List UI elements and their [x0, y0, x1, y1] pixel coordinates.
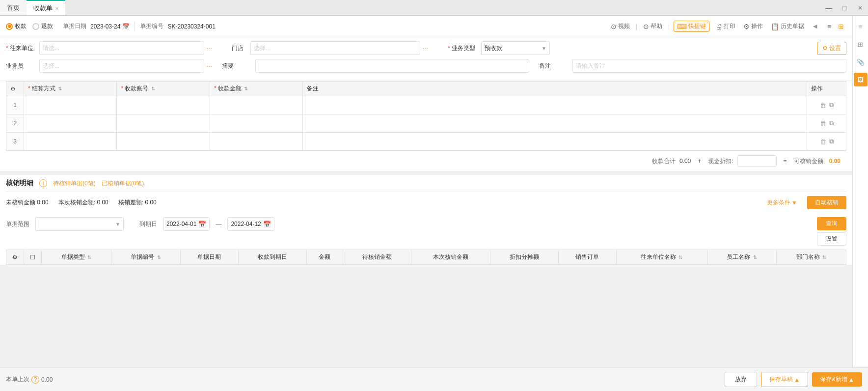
store-field: 门店 选择... ···: [222, 41, 428, 55]
bth-department: 部门名称 ⇅: [777, 250, 846, 265]
salesperson-more-btn[interactable]: ···: [206, 62, 212, 70]
equal-sign: =: [784, 158, 787, 165]
number-label: 单据编号: [140, 22, 163, 30]
row-2-delete-icon[interactable]: 🗑: [820, 120, 826, 127]
bth-due-date: 收款到期日: [238, 250, 306, 265]
row-3-remark[interactable]: [303, 133, 807, 151]
date-range-sep: —: [216, 221, 221, 227]
prev-arrow[interactable]: ◀: [810, 22, 820, 31]
filter-action-buttons: 查询 设置: [817, 217, 846, 246]
date-value: 2023-03-24: [90, 23, 120, 30]
row-3-actions: 🗑 ⧉: [807, 133, 846, 151]
sort-doc-num[interactable]: ⇅: [157, 254, 161, 260]
verification-section: 核销明细 i 待核销单据(0笔) 已核销单据(0笔) 未核销金额 0.00 本次…: [0, 175, 852, 265]
counterpart-more-btn[interactable]: ···: [206, 44, 212, 52]
more-conditions-btn[interactable]: 更多条件 ▼: [767, 198, 797, 207]
sort-counterpart[interactable]: ⇅: [678, 254, 682, 260]
sort-department[interactable]: ⇅: [822, 254, 826, 260]
verif-stats: 未核销金额 0.00 本次核销金额: 0.00 核销差额: 0.00 更多条件 …: [6, 192, 846, 213]
tab-receipt[interactable]: 收款单 ×: [27, 0, 65, 15]
date-start-input[interactable]: 2022-04-01 📅: [163, 217, 210, 231]
cal-start-icon[interactable]: 📅: [198, 221, 206, 228]
sidebar-attach-icon[interactable]: 📎: [854, 55, 868, 69]
row-2-copy-icon[interactable]: ⧉: [829, 119, 834, 127]
sum-value: 0.00: [679, 158, 691, 165]
business-type-select[interactable]: 预收款 ▼: [481, 41, 550, 55]
radio-receipt-label: 收款: [15, 22, 27, 30]
sort-doc-type[interactable]: ⇅: [87, 254, 91, 260]
grid-view-btn[interactable]: ⊞: [836, 21, 846, 32]
date-label: 单据日期: [63, 22, 86, 30]
row-3-delete-icon[interactable]: 🗑: [820, 138, 826, 145]
row-3-copy-icon[interactable]: ⧉: [829, 138, 834, 145]
shortcut-icon: ⌨: [677, 23, 687, 30]
remark-input[interactable]: 请输入备注: [572, 59, 846, 73]
sort-settlement[interactable]: ⇅: [58, 86, 62, 91]
auto-cancel-button[interactable]: 自动核销: [807, 196, 846, 209]
range-select[interactable]: ▼: [35, 217, 124, 231]
salesperson-input[interactable]: 选择...: [39, 59, 204, 73]
print-action[interactable]: 🖨 打印: [713, 21, 737, 31]
video-action[interactable]: ⊙ 视频: [609, 21, 632, 31]
sum-label: 收款合计: [652, 157, 676, 166]
history-action[interactable]: 📋 历史单据: [769, 21, 806, 31]
date-icon[interactable]: 📅: [122, 23, 130, 30]
filter-section: 单据范围 ▼ 到期日 2022-04-01 📅 —: [6, 213, 846, 250]
row-2-amount[interactable]: [210, 114, 302, 133]
row-1-remark[interactable]: [303, 96, 807, 114]
row-3-settlement[interactable]: [24, 133, 117, 151]
filter-main: 单据范围 ▼ 到期日 2022-04-01 📅 —: [6, 217, 811, 233]
settings-button[interactable]: ⚙ 设置: [817, 42, 846, 55]
store-more-btn[interactable]: ···: [422, 44, 428, 52]
sidebar-list-icon[interactable]: ⊞: [854, 37, 868, 51]
print-icon: 🖨: [715, 23, 722, 30]
operations-action[interactable]: ⚙ 操作: [741, 21, 765, 31]
close-button[interactable]: ×: [852, 0, 868, 16]
verif-settings-button[interactable]: 设置: [817, 232, 846, 246]
completed-tab[interactable]: 已核销单据(0笔): [102, 179, 144, 188]
remark-field: 备注 请输入备注: [539, 59, 846, 73]
verif-info-icon[interactable]: i: [39, 179, 47, 187]
store-input[interactable]: 选择...: [250, 41, 420, 55]
maximize-button[interactable]: □: [837, 0, 852, 16]
discount-input[interactable]: [737, 155, 777, 167]
bth-checkbox[interactable]: ☐: [24, 250, 42, 265]
minimize-button[interactable]: —: [821, 0, 837, 16]
row-3-amount[interactable]: [210, 133, 302, 151]
filter-icon: ▼: [791, 199, 797, 206]
row-1-settlement[interactable]: [24, 96, 117, 114]
query-button[interactable]: 查询: [817, 217, 846, 230]
radio-receipt[interactable]: 收款: [6, 22, 27, 30]
cal-end-icon[interactable]: 📅: [263, 221, 271, 228]
operations-icon: ⚙: [743, 23, 750, 30]
table-row: 2 🗑 ⧉: [6, 114, 846, 133]
row-2-remark[interactable]: [303, 114, 807, 133]
th-settings[interactable]: ⚙: [6, 82, 24, 96]
counterpart-input[interactable]: 请选...: [39, 41, 204, 55]
sort-amount[interactable]: ⇅: [244, 86, 248, 91]
row-1-delete-icon[interactable]: 🗑: [820, 102, 826, 109]
shortcut-action[interactable]: ⌨ 快捷键: [674, 21, 709, 32]
summary-input[interactable]: [255, 59, 529, 73]
row-2-account[interactable]: [117, 114, 210, 133]
sidebar-camera-icon[interactable]: 🖼: [854, 73, 868, 86]
bth-settings[interactable]: ⚙: [6, 250, 24, 265]
sort-employee[interactable]: ⇅: [753, 254, 757, 260]
help-action[interactable]: ⊙ 帮助: [641, 21, 664, 31]
bth-amount: 金额: [306, 250, 343, 265]
row-2-settlement[interactable]: [24, 114, 117, 133]
row-1-amount[interactable]: [210, 96, 302, 114]
radio-refund[interactable]: 退款: [32, 22, 53, 30]
row-2-actions: 🗑 ⧉: [807, 114, 846, 133]
pending-tab[interactable]: 待核销单据(0笔): [53, 179, 96, 188]
tab-home[interactable]: 首页: [0, 0, 27, 15]
row-1-account[interactable]: [117, 96, 210, 114]
right-sidebar: ≡ ⊞ 📎 🖼: [852, 16, 868, 265]
row-3-account[interactable]: [117, 133, 210, 151]
tab-close-icon[interactable]: ×: [55, 5, 58, 11]
date-end-input[interactable]: 2022-04-12 📅: [227, 217, 274, 231]
list-view-btn[interactable]: ≡: [824, 21, 835, 32]
sort-account[interactable]: ⇅: [151, 86, 155, 91]
sidebar-table-icon[interactable]: ≡: [854, 20, 868, 33]
row-1-copy-icon[interactable]: ⧉: [829, 101, 834, 109]
